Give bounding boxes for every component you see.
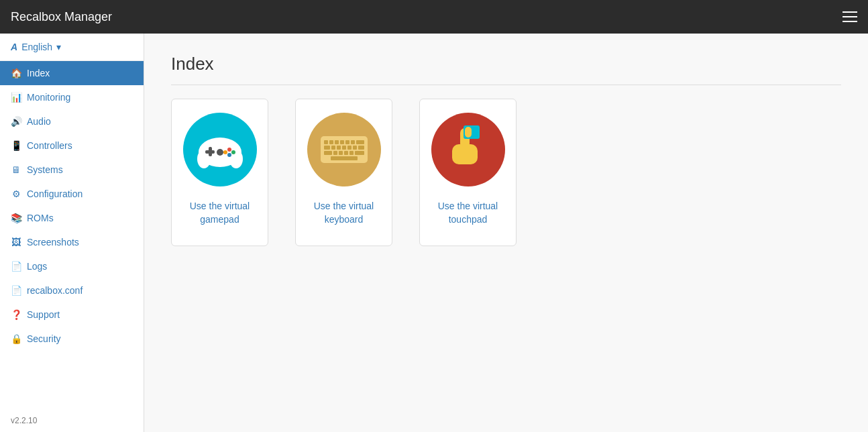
sidebar-item-configuration[interactable]: ⚙ Configuration (0, 182, 144, 206)
navbar: Recalbox Manager (0, 0, 868, 34)
sidebar-item-label: Logs (27, 261, 47, 272)
svg-rect-29 (349, 151, 354, 155)
svg-point-9 (223, 150, 227, 154)
svg-rect-24 (358, 146, 364, 150)
svg-rect-15 (345, 140, 349, 144)
svg-rect-31 (331, 156, 358, 160)
svg-rect-4 (209, 147, 212, 156)
svg-rect-17 (356, 140, 364, 144)
sidebar-item-label: Security (27, 333, 61, 344)
svg-rect-23 (353, 146, 357, 150)
svg-rect-13 (335, 140, 339, 144)
svg-point-7 (231, 150, 235, 154)
svg-rect-25 (324, 151, 332, 155)
sidebar-item-controllers[interactable]: 📱 Controllers (0, 133, 144, 158)
roms-icon: 📚 (11, 213, 21, 223)
card-touchpad[interactable]: Use the virtualtouchpad (419, 99, 517, 246)
language-label: English (21, 42, 52, 52)
sidebar-item-index[interactable]: 🏠 Index (0, 61, 144, 85)
sidebar-item-label: recalbox.conf (27, 285, 83, 296)
version-label: v2.2.10 (0, 409, 144, 432)
touchpad-icon-wrap (431, 113, 505, 186)
svg-rect-14 (340, 140, 344, 144)
svg-rect-28 (344, 151, 348, 155)
sidebar-item-label: Screenshots (27, 237, 79, 248)
language-icon: A (11, 42, 17, 52)
config-icon: ⚙ (11, 188, 21, 199)
sidebar-item-label: Configuration (27, 188, 83, 199)
card-keyboard[interactable]: Use the virtualkeyboard (295, 99, 392, 246)
gamepad-label: Use the virtualgamepad (190, 200, 250, 226)
screenshots-icon: 🖼 (11, 237, 21, 248)
cards-container: Use the virtualgamepad (171, 99, 841, 246)
svg-point-2 (229, 150, 243, 168)
svg-rect-33 (452, 144, 478, 164)
svg-rect-19 (331, 146, 335, 150)
audio-icon: 🔊 (11, 116, 21, 127)
home-icon: 🏠 (11, 68, 21, 78)
svg-rect-30 (355, 151, 364, 155)
controllers-icon: 📱 (11, 140, 21, 151)
svg-rect-26 (333, 151, 337, 155)
sidebar: A English ▾ 🏠 Index 📊 Monitoring 🔊 Audio… (0, 34, 144, 432)
hamburger-menu[interactable] (843, 11, 857, 22)
svg-rect-35 (465, 127, 472, 138)
sidebar-item-screenshots[interactable]: 🖼 Screenshots (0, 230, 144, 254)
svg-point-5 (217, 149, 223, 156)
svg-rect-11 (324, 140, 328, 144)
sidebar-item-roms[interactable]: 📚 ROMs (0, 206, 144, 230)
sidebar-item-label: Support (27, 309, 60, 320)
main-layout: A English ▾ 🏠 Index 📊 Monitoring 🔊 Audio… (0, 34, 868, 432)
touchpad-label: Use the virtualtouchpad (438, 200, 498, 226)
keyboard-label: Use the virtualkeyboard (314, 200, 374, 226)
logs-icon: 📄 (11, 261, 21, 272)
monitoring-icon: 📊 (11, 92, 21, 103)
sidebar-item-monitoring[interactable]: 📊 Monitoring (0, 85, 144, 109)
page-title: Index (171, 54, 841, 85)
sidebar-item-audio[interactable]: 🔊 Audio (0, 109, 144, 133)
svg-rect-21 (342, 146, 346, 150)
svg-point-6 (227, 148, 231, 152)
svg-rect-16 (351, 140, 355, 144)
sidebar-item-logs[interactable]: 📄 Logs (0, 254, 144, 278)
svg-point-8 (227, 153, 231, 157)
sidebar-item-support[interactable]: ❓ Support (0, 303, 144, 327)
sidebar-item-security[interactable]: 🔒 Security (0, 327, 144, 351)
svg-rect-18 (324, 146, 330, 150)
keyboard-icon-wrap (307, 113, 381, 186)
svg-rect-12 (329, 140, 333, 144)
svg-rect-22 (347, 146, 351, 150)
file-icon: 📄 (11, 285, 21, 296)
systems-icon: 🖥 (11, 164, 21, 175)
security-icon: 🔒 (11, 333, 21, 344)
language-selector[interactable]: A English ▾ (0, 34, 144, 61)
sidebar-item-label: Audio (27, 116, 51, 127)
card-gamepad[interactable]: Use the virtualgamepad (171, 99, 268, 246)
sidebar-item-label: Systems (27, 164, 63, 175)
sidebar-item-systems[interactable]: 🖥 Systems (0, 158, 144, 182)
touchpad-svg (441, 123, 495, 176)
navbar-brand: Recalbox Manager (11, 10, 112, 24)
keyboard-svg (317, 129, 371, 170)
gamepad-svg (193, 123, 247, 176)
sidebar-nav: 🏠 Index 📊 Monitoring 🔊 Audio 📱 Controlle… (0, 61, 144, 409)
chevron-down-icon: ▾ (56, 42, 61, 52)
support-icon: ❓ (11, 309, 21, 320)
sidebar-item-label: Monitoring (27, 92, 70, 103)
gamepad-icon-wrap (183, 113, 257, 186)
svg-rect-27 (339, 151, 343, 155)
svg-rect-20 (337, 146, 341, 150)
sidebar-item-recalbox-conf[interactable]: 📄 recalbox.conf (0, 278, 144, 303)
sidebar-item-label: ROMs (27, 213, 54, 223)
sidebar-item-label: Index (27, 68, 50, 78)
main-content: Index (144, 34, 868, 432)
sidebar-item-label: Controllers (27, 140, 72, 151)
